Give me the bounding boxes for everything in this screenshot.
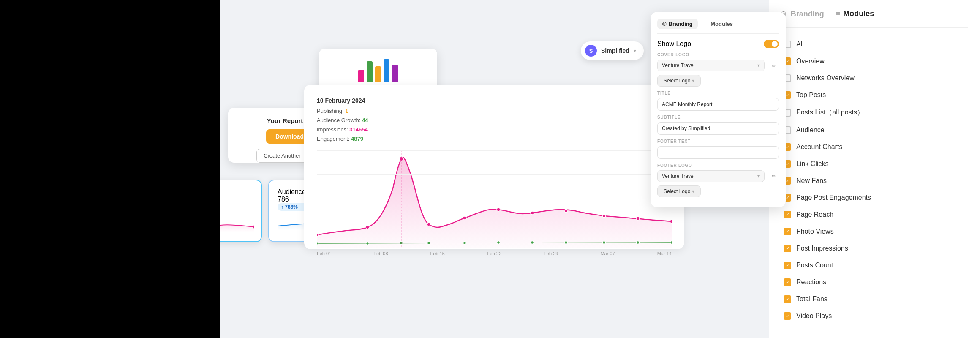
module-item-link-clicks[interactable]: ✓ Link Clicks bbox=[781, 156, 968, 172]
x-label-mar14: Mar 14 bbox=[657, 251, 672, 256]
footer-logo-select[interactable]: Venture Travel ▾ bbox=[657, 170, 765, 182]
show-logo-toggle[interactable] bbox=[764, 40, 779, 48]
subtitle-input[interactable] bbox=[657, 122, 779, 135]
svg-point-18 bbox=[463, 242, 466, 245]
footer-logo-edit-icon[interactable]: ✏ bbox=[769, 171, 779, 181]
create-another-button[interactable]: Create Another bbox=[256, 149, 308, 163]
module-item-networks-overview[interactable]: Networks Overview bbox=[781, 70, 968, 86]
checkbox-page-reach[interactable]: ✓ bbox=[784, 211, 791, 218]
module-label-reactions: Reactions bbox=[796, 278, 826, 286]
simplified-pill[interactable]: S Simplified ▾ bbox=[581, 41, 644, 60]
cover-logo-select[interactable]: Venture Travel ▾ bbox=[657, 60, 765, 71]
title-section-label: TITLE bbox=[657, 91, 779, 95]
sidebar-tab-modules[interactable]: ≡ Modules bbox=[836, 9, 874, 22]
impressions-value-row: 5,7M ↑ 615% bbox=[220, 197, 253, 213]
module-item-overview[interactable]: ✓ Overview bbox=[781, 53, 968, 69]
title-input[interactable] bbox=[657, 98, 779, 111]
module-item-page-post-engagements[interactable]: ✓ Page Post Engagements bbox=[781, 190, 968, 206]
module-item-posts-list[interactable]: Posts List（all posts） bbox=[781, 104, 968, 121]
bp-tab-modules-label: Modules bbox=[710, 21, 733, 27]
module-item-photo-views[interactable]: ✓ Photo Views bbox=[781, 224, 968, 240]
footer-logo-value: Venture Travel bbox=[662, 173, 694, 179]
checkbox-total-fans[interactable]: ✓ bbox=[784, 295, 791, 303]
svg-point-20 bbox=[531, 241, 534, 244]
bp-tab-branding-label: Branding bbox=[669, 21, 693, 27]
checkbox-posts-count[interactable]: ✓ bbox=[784, 262, 791, 269]
chart-stats: Publishing: 1 Audience Growth: 44 Impres… bbox=[317, 106, 672, 144]
grid-line-1 bbox=[317, 174, 672, 175]
chevron-icon2: ▾ bbox=[757, 173, 760, 179]
stat-impressions-value: 314654 bbox=[349, 126, 368, 133]
impressions-title: Impressions bbox=[220, 188, 253, 195]
chevron-down-icon: ▾ bbox=[634, 48, 636, 54]
module-item-new-fans[interactable]: ✓ New Fans bbox=[781, 173, 968, 189]
footer-text-section-label: FOOTER TEXT bbox=[657, 139, 779, 144]
module-item-video-plays[interactable]: ✓ Video Plays bbox=[781, 308, 968, 324]
sidebar-header: © Branding ≡ Modules bbox=[781, 9, 968, 28]
module-item-posts-count[interactable]: ✓ Posts Count bbox=[781, 257, 968, 273]
module-item-top-posts[interactable]: ✓ Top Posts bbox=[781, 87, 968, 103]
cover-logo-section-label: COVER LOGO bbox=[657, 52, 779, 57]
bar-purple bbox=[392, 65, 398, 82]
x-label-feb29: Feb 29 bbox=[544, 251, 558, 256]
svg-point-14 bbox=[317, 242, 318, 245]
svg-point-9 bbox=[564, 209, 568, 213]
cover-logo-edit-icon[interactable]: ✏ bbox=[769, 60, 779, 71]
svg-point-21 bbox=[565, 241, 568, 244]
module-item-page-reach[interactable]: ✓ Page Reach bbox=[781, 207, 968, 223]
svg-point-24 bbox=[670, 241, 672, 244]
svg-point-8 bbox=[531, 211, 534, 215]
modules-list: All ✓ Overview Networks Overview ✓ Top P… bbox=[781, 36, 968, 324]
module-item-all[interactable]: All bbox=[781, 36, 968, 52]
stat-publishing-label: Publishing: bbox=[317, 108, 345, 114]
module-item-audience[interactable]: Audience bbox=[781, 122, 968, 138]
stat-audience-value: 44 bbox=[362, 117, 368, 123]
svg-point-15 bbox=[366, 242, 369, 245]
right-sidebar: © Branding ≡ Modules All ✓ Overview Netw… bbox=[769, 0, 980, 338]
module-item-post-impressions[interactable]: ✓ Post Impressions bbox=[781, 240, 968, 256]
chevron-down-icon2: ▾ bbox=[692, 78, 694, 84]
avatar-text: S bbox=[589, 48, 593, 54]
simplified-avatar: S bbox=[585, 45, 597, 57]
checkbox-post-impressions[interactable]: ✓ bbox=[784, 245, 791, 252]
module-label-photo-views: Photo Views bbox=[796, 228, 834, 235]
stat-publishing-value: 1 bbox=[345, 108, 348, 114]
sidebar-tab-branding[interactable]: © Branding bbox=[781, 10, 824, 22]
chart-date-header: 10 February 2024 bbox=[317, 97, 672, 104]
module-label-posts-count: Posts Count bbox=[796, 262, 833, 269]
subtitle-section-label: SUBTITLE bbox=[657, 115, 779, 120]
select-logo-button-footer[interactable]: Select Logo ▾ bbox=[657, 185, 701, 197]
x-axis-labels: Feb 01 Feb 08 Feb 15 Feb 22 Feb 29 Mar 0… bbox=[317, 248, 672, 256]
x-label-feb15: Feb 15 bbox=[430, 251, 445, 256]
bp-tab-modules[interactable]: ≡ Modules bbox=[700, 19, 738, 29]
footer-text-input[interactable] bbox=[657, 146, 779, 159]
svg-point-6 bbox=[463, 216, 466, 220]
left-black-area bbox=[0, 0, 220, 338]
checkbox-photo-views[interactable]: ✓ bbox=[784, 228, 791, 235]
module-label-top-posts: Top Posts bbox=[796, 91, 826, 99]
bar-blue bbox=[384, 59, 389, 82]
branding-panel: © Branding ≡ Modules Show Logo COVER LOG… bbox=[651, 12, 786, 207]
svg-point-7 bbox=[497, 208, 500, 211]
checkbox-reactions[interactable]: ✓ bbox=[784, 278, 791, 286]
module-item-reactions[interactable]: ✓ Reactions bbox=[781, 274, 968, 290]
grid-line-2 bbox=[317, 199, 672, 199]
svg-point-22 bbox=[603, 241, 606, 244]
checkbox-video-plays[interactable]: ✓ bbox=[784, 312, 791, 320]
analytics-bar-chart bbox=[358, 57, 398, 82]
show-logo-label: Show Logo bbox=[657, 40, 691, 48]
module-label-page-post-engagements: Page Post Engagements bbox=[796, 194, 871, 202]
module-label-networks-overview: Networks Overview bbox=[796, 74, 855, 82]
module-item-total-fans[interactable]: ✓ Total Fans bbox=[781, 291, 968, 307]
svg-point-19 bbox=[497, 241, 500, 244]
module-item-account-charts[interactable]: ✓ Account Charts bbox=[781, 139, 968, 155]
grid-line-top bbox=[317, 150, 672, 151]
select-logo-button-cover[interactable]: Select Logo ▾ bbox=[657, 75, 701, 87]
module-label-posts-list: Posts List（all posts） bbox=[796, 108, 864, 117]
footer-logo-row: Venture Travel ▾ ✏ bbox=[657, 170, 779, 182]
module-label-overview: Overview bbox=[796, 57, 825, 65]
bp-tab-branding[interactable]: © Branding bbox=[657, 19, 698, 29]
x-label-feb01: Feb 01 bbox=[317, 251, 331, 256]
simplified-label: Simplified bbox=[601, 47, 629, 54]
svg-point-10 bbox=[602, 214, 606, 218]
